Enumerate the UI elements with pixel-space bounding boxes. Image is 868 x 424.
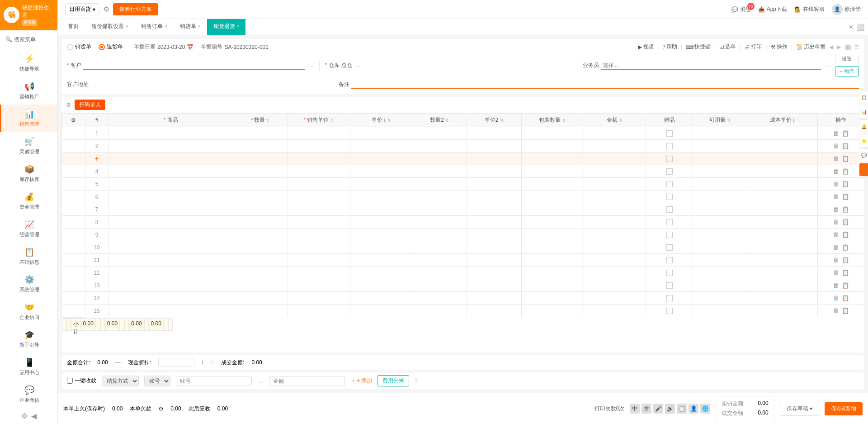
copy-icon-12[interactable]: 📋 (842, 269, 849, 276)
row-price-8[interactable] (350, 216, 412, 229)
row-unit-6[interactable] (288, 191, 350, 203)
delete-icon-3[interactable]: 🗑 (833, 155, 839, 162)
row-cost-7[interactable] (747, 203, 817, 216)
row-unit2-3[interactable] (467, 152, 522, 165)
tab-close-window[interactable]: × (849, 23, 853, 31)
row-qty2-10[interactable] (412, 241, 467, 254)
row-pkgqty-11[interactable] (521, 254, 584, 267)
tab-home[interactable]: 首页 (61, 19, 85, 35)
row-avail-13[interactable] (693, 279, 747, 292)
salesperson-input[interactable] (601, 61, 821, 70)
sidebar-item-sales[interactable]: 📊 销售管理 (0, 105, 57, 132)
gift-checkbox-12[interactable] (666, 270, 673, 276)
gift-checkbox-10[interactable] (666, 244, 673, 251)
trial-button[interactable]: 体验行业方案 (113, 3, 158, 15)
row-cost-8[interactable] (747, 216, 817, 229)
row-avail-10[interactable] (693, 241, 747, 254)
row-amount-7[interactable] (584, 203, 646, 216)
gift-checkbox-5[interactable] (666, 181, 673, 187)
row-unit2-1[interactable] (467, 127, 522, 140)
one-click-checkbox[interactable]: 一键收款 (67, 377, 96, 385)
toolbox-icon-3[interactable]: 🎤 (653, 404, 663, 414)
copy-icon-9[interactable]: 📋 (842, 231, 849, 238)
sidebar-item-basic[interactable]: 📋 基础信息 (0, 243, 57, 270)
row-gift-5[interactable] (646, 178, 693, 191)
row-unit-11[interactable] (288, 254, 350, 267)
row-qty-11[interactable] (233, 254, 288, 267)
delete-icon-15[interactable]: 🗑 (833, 307, 839, 314)
row-product-1[interactable] (108, 127, 233, 140)
row-amount-11[interactable] (584, 254, 646, 267)
row-gift-6[interactable] (646, 191, 693, 203)
row-price-1[interactable] (350, 127, 412, 140)
shortcut-link[interactable]: ⌨ 快捷键 (686, 43, 711, 51)
gift-checkbox-4[interactable] (666, 168, 673, 175)
row-avail-11[interactable] (693, 254, 747, 267)
copy-icon-6[interactable]: 📋 (842, 193, 849, 200)
tab-close-sale-return[interactable]: × (237, 24, 240, 29)
row-unit-9[interactable] (288, 229, 350, 241)
product-input-3[interactable] (110, 156, 231, 162)
delete-icon-1[interactable]: 🗑 (833, 130, 839, 137)
gift-checkbox-7[interactable] (666, 206, 673, 213)
table-scroll[interactable]: ⚙ # * 商品 * 数量 ⇅ (61, 113, 864, 353)
row-gift-4[interactable] (646, 165, 693, 178)
amount-input[interactable] (269, 376, 345, 386)
copy-icon-8[interactable]: 📋 (842, 219, 849, 225)
row-qty-15[interactable] (233, 305, 288, 317)
row-price-7[interactable] (350, 203, 412, 216)
copy-icon-15[interactable]: 📋 (842, 307, 849, 314)
prev-icon[interactable]: ◀ (829, 44, 833, 50)
row-cost-9[interactable] (747, 229, 817, 241)
row-qty2-6[interactable] (412, 191, 467, 203)
delete-icon-14[interactable]: 🗑 (833, 295, 839, 301)
sidebar-item-inventory[interactable]: 📦 库存核算 (0, 160, 57, 187)
row-qty2-2[interactable] (412, 140, 467, 152)
gift-checkbox-14[interactable] (666, 295, 673, 301)
row-unit2-13[interactable] (467, 279, 522, 292)
tab-sale[interactable]: 销货单 × (174, 19, 207, 35)
sidebar-item-newbie[interactable]: 🎓 新手引导 (0, 325, 57, 353)
row-unit2-12[interactable] (467, 267, 522, 279)
rfp-btn-4[interactable]: ⭐ (859, 134, 868, 148)
copy-icon-4[interactable]: 📋 (842, 168, 849, 175)
industry-selector[interactable]: 日用百货 ▾ (65, 3, 99, 15)
rfp-btn-6[interactable]: 📎 (859, 163, 868, 176)
tab-sale-order[interactable]: 销售订单 × (135, 19, 174, 35)
copy-icon-3[interactable]: 📋 (842, 155, 849, 162)
row-product-7[interactable] (108, 203, 233, 216)
row-price-4[interactable] (350, 165, 412, 178)
delete-icon-10[interactable]: 🗑 (833, 244, 839, 251)
addr-picker[interactable]: ... (92, 81, 97, 88)
row-cost-12[interactable] (747, 267, 817, 279)
row-qty2-4[interactable] (412, 165, 467, 178)
copy-icon-10[interactable]: 📋 (842, 244, 849, 251)
gift-checkbox-1[interactable] (666, 130, 673, 137)
row-unit-5[interactable] (288, 178, 350, 191)
row-price-2[interactable] (350, 140, 412, 152)
toolbox-icon-6[interactable]: 👤 (689, 404, 698, 414)
row-cost-14[interactable] (747, 292, 817, 305)
collapse-button[interactable]: ◀ (31, 412, 37, 420)
row-avail-12[interactable] (693, 267, 747, 279)
row-qty-3[interactable] (233, 152, 288, 165)
help-link[interactable]: ? 帮助 (662, 43, 677, 51)
row-price-13[interactable] (350, 279, 412, 292)
gift-checkbox-15[interactable] (666, 308, 673, 314)
row-gift-13[interactable] (646, 279, 693, 292)
row-qty-5[interactable] (233, 178, 288, 191)
toolbox-icon-7[interactable]: 🌐 (700, 404, 710, 414)
row-unit-8[interactable] (288, 216, 350, 229)
customer-picker[interactable]: ... (309, 62, 313, 68)
row-unit2-6[interactable] (467, 191, 522, 203)
sidebar-item-marketing[interactable]: 📢 营销推广 (0, 77, 57, 105)
row-qty-1[interactable] (233, 127, 288, 140)
row-avail-2[interactable] (693, 140, 747, 152)
row-gift-2[interactable] (646, 140, 693, 152)
table-gear-icon[interactable]: ⚙ (66, 102, 71, 108)
row-qty-6[interactable] (233, 191, 288, 203)
row-gift-14[interactable] (646, 292, 693, 305)
row-avail-5[interactable] (693, 178, 747, 191)
row-qty2-5[interactable] (412, 178, 467, 191)
row-qty-2[interactable] (233, 140, 288, 152)
